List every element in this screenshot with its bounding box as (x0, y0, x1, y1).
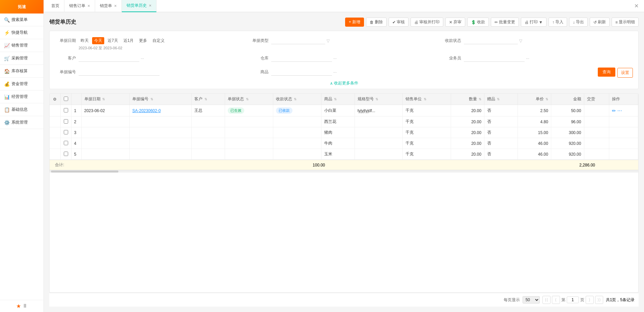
tab-sales-history[interactable]: 销货单历史 ✕ (122, 0, 157, 12)
refresh-icon: ↺ (593, 20, 597, 25)
col-transaction[interactable]: 交货 (584, 94, 609, 105)
col-gift[interactable]: 赠品 ⇅ (484, 94, 517, 105)
row-checkbox[interactable] (64, 108, 68, 112)
col-sales-unit[interactable]: 销售单位 ⇅ (403, 94, 451, 105)
col-quantity[interactable]: 数量 ⇅ (451, 94, 484, 105)
shortcut-custom[interactable]: 自定义 (150, 37, 167, 44)
col-amount[interactable]: 金额 (551, 94, 584, 105)
row-sales-unit: 千克 (403, 116, 451, 127)
more-action-icon[interactable]: ⋯ (617, 108, 622, 113)
first-page-button[interactable]: ⟨⟨ (542, 296, 551, 304)
filter-docno-label: 单据编号 (55, 69, 79, 75)
row-checkbox-cell (60, 149, 71, 160)
sidebar-item-operations[interactable]: 📊 经营管理 (0, 90, 44, 103)
tab-close-sales-order[interactable]: ✕ (87, 4, 90, 8)
tab-close-sales-goods[interactable]: ✕ (114, 4, 117, 8)
export-button[interactable]: ↓ 导出 (569, 18, 588, 27)
filter-collection-input[interactable] (464, 37, 518, 44)
shortcut-1month[interactable]: 近1月 (121, 37, 136, 44)
row-customer (192, 138, 225, 149)
row-sales-unit: 千克 (403, 105, 451, 116)
col-spec-type[interactable]: 规格型号 ⇅ (355, 94, 403, 105)
print-button[interactable]: 🖨 打印 ▼ (521, 18, 547, 27)
sidebar-item-sales-mgmt[interactable]: 📈 销售管理 (0, 39, 44, 52)
next-page-button[interactable]: ⟩ (586, 296, 594, 304)
tab-close-sales-history[interactable]: ✕ (149, 4, 151, 7)
page-info: 第 页 (561, 296, 584, 303)
abandon-button[interactable]: ✕ 弃审 (445, 18, 465, 27)
col-actions: 操作 (609, 94, 638, 105)
review-print-button[interactable]: 🖨 审核并打印 (411, 18, 443, 27)
shortcut-more[interactable]: 更多 (137, 37, 149, 44)
pause-icon[interactable]: ⏸ (22, 303, 28, 309)
batch-change-button[interactable]: ✏ 批量变更 (491, 18, 519, 27)
row-amount: 96.00 (551, 116, 584, 127)
filter-docno-input[interactable] (79, 69, 160, 76)
tab-sales-goods[interactable]: 销货单 ✕ (95, 0, 122, 12)
col-doc-no[interactable]: 单据编号 ⇅ (130, 94, 192, 105)
filter-customer-input[interactable] (79, 55, 139, 62)
filter-doctype-input[interactable] (271, 37, 325, 44)
sidebar-item-sys-mgmt[interactable]: ⚙️ 系统管理 (0, 116, 44, 129)
refresh-button[interactable]: ↺ 刷新 (590, 18, 610, 27)
tab-sales-order[interactable]: 销售订单 ✕ (64, 0, 95, 12)
filter-salesperson-input[interactable] (464, 55, 525, 62)
sidebar-item-quick-nav[interactable]: ⚡ 快捷导航 (0, 26, 44, 39)
import-button[interactable]: ↑ 导入 (549, 18, 567, 27)
horizontal-scrollbar[interactable] (50, 170, 638, 173)
sidebar-item-search-menu[interactable]: 🔍 搜索菜单 (0, 14, 44, 26)
sidebar-item-basic-info[interactable]: 📋 基础信息 (0, 103, 44, 116)
filter-collection-cell: 收款状态 ▽ (440, 36, 633, 46)
col-doc-status[interactable]: 单据状态 ⇅ (225, 94, 273, 105)
row-checkbox[interactable] (64, 130, 68, 134)
row-checkbox[interactable] (64, 152, 68, 156)
col-doc-date[interactable]: 单据日期 ⇅ (81, 94, 130, 105)
new-button[interactable]: + 新增 (345, 18, 364, 27)
shortcut-7days[interactable]: 近7天 (106, 37, 120, 44)
filter-date-label: 单据日期 (55, 38, 79, 44)
shortcut-today[interactable]: 今天 (92, 37, 104, 44)
col-goods[interactable]: 商品 ⇅ (321, 94, 355, 105)
col-collection-status[interactable]: 收款状态 ⇅ (273, 94, 321, 105)
warehouse-dots[interactable]: ··· (333, 56, 337, 61)
collection-dropdown-icon[interactable]: ▽ (519, 38, 522, 43)
last-page-button[interactable]: ⟩⟩ (595, 296, 603, 304)
col-unit-price[interactable]: 单价 ⇅ (517, 94, 551, 105)
close-all-tabs[interactable]: ✕ (632, 3, 641, 9)
select-all-checkbox[interactable] (64, 97, 68, 101)
doctype-dropdown-icon[interactable]: ▽ (327, 38, 330, 43)
page-size-select[interactable]: 50 10 20 100 (523, 296, 540, 304)
edit-action-icon[interactable]: ✏ (612, 108, 616, 113)
row-checkbox[interactable] (64, 141, 68, 145)
setting-button[interactable]: 设置 (617, 68, 633, 78)
customer-dots[interactable]: ··· (141, 56, 144, 61)
filter-goods-input[interactable] (271, 69, 332, 76)
filter-salesperson-cell: 业务员 ··· (440, 53, 633, 63)
query-button[interactable]: 查询 (598, 68, 615, 77)
review-button[interactable]: ✔ 审核 (389, 18, 409, 27)
row-unit-price: 2.50 (517, 105, 551, 116)
col-customer[interactable]: 客户 ⇅ (192, 94, 225, 105)
delete-button[interactable]: 🗑 删除 (366, 18, 387, 27)
prev-page-button[interactable]: ⟨ (552, 296, 560, 304)
show-details-button[interactable]: ≡ 显示明细 (612, 18, 639, 27)
sidebar-item-finance[interactable]: 💰 资金管理 (0, 78, 44, 90)
row-collection-status (273, 116, 321, 127)
doc-no-link[interactable]: SA-20230602-0 (132, 108, 161, 113)
filter-customer-cell: 客户 ··· (55, 53, 248, 63)
row-amount: 300.00 (551, 127, 584, 138)
sidebar-item-purchase-mgmt[interactable]: 🛒 采购管理 (0, 52, 44, 65)
goods-dots[interactable]: ··· (333, 70, 337, 75)
collapse-button[interactable]: ∧ 收起更多条件 (330, 80, 358, 86)
collect-button[interactable]: 💲 收款 (467, 18, 489, 27)
tab-home[interactable]: 首页 (47, 0, 64, 12)
row-checkbox[interactable] (64, 119, 68, 124)
sidebar-item-inventory[interactable]: 🏠 库存核算 (0, 65, 44, 78)
page-number-input[interactable] (567, 296, 579, 303)
row-quantity: 20.00 (451, 127, 484, 138)
filter-warehouse-input[interactable] (271, 55, 332, 62)
salesperson-dots[interactable]: ··· (526, 56, 529, 61)
star-icon[interactable]: ★ (16, 303, 21, 309)
shortcut-yesterday[interactable]: 昨天 (79, 37, 91, 44)
scrollbar-thumb[interactable] (51, 171, 118, 173)
